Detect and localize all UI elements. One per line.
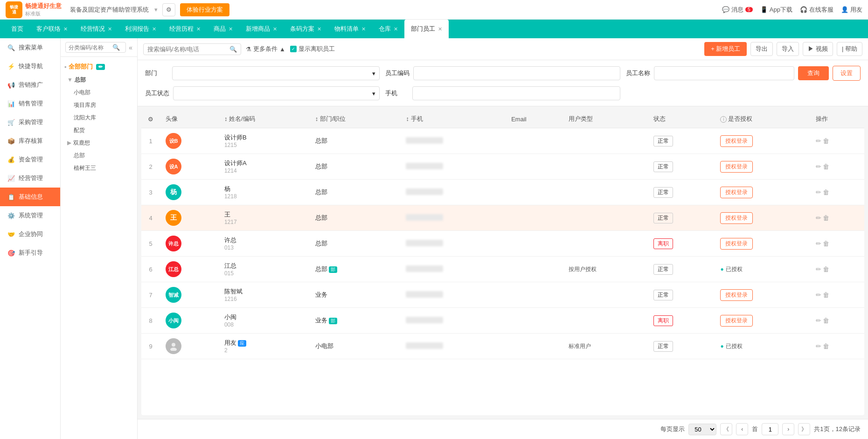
help-button[interactable]: | 帮助 [837,42,862,56]
edit-button[interactable]: ✏ [816,240,821,247]
phone-filter-input[interactable] [412,86,620,100]
edit-button[interactable]: ✏ [816,342,821,350]
all-dept-header[interactable]: ▪ 全部部门 ✏ [61,60,137,74]
collapse-button[interactable]: « [129,44,132,51]
sidebar-item-operation[interactable]: 📈 经营管理 [0,169,60,188]
tab-home[interactable]: 首页 [5,20,30,38]
auth-login-button[interactable]: 授权登录 [720,212,753,224]
edit-button[interactable]: ✏ [816,317,821,324]
close-icon[interactable]: ✕ [394,26,398,32]
prev-page-button[interactable]: ‹ [736,423,748,435]
delete-button[interactable]: 🗑 [823,317,829,324]
close-icon[interactable]: ✕ [438,26,442,32]
close-icon[interactable]: ✕ [196,26,201,32]
close-icon[interactable]: ✕ [273,26,277,32]
tab-operation[interactable]: 经营情况✕ [74,20,118,38]
gear-button[interactable]: ⚙ [162,3,175,16]
dept-item-shenyang[interactable]: 沈阳大库 [61,111,137,124]
code-filter-input[interactable] [413,66,620,80]
edit-button[interactable]: ✏ [816,137,821,145]
close-icon[interactable]: ✕ [63,26,68,32]
name-filter-input[interactable] [654,66,794,80]
delete-button[interactable]: 🗑 [823,240,829,247]
tab-new-goods[interactable]: 新增商品✕ [239,20,284,38]
show-resigned-toggle[interactable]: ✓ 显示离职员工 [290,45,335,53]
info-icon[interactable]: i [720,116,727,123]
message-button[interactable]: 💬 消息 5 [722,6,753,14]
dept-item-distribution[interactable]: 配货 [61,124,137,137]
last-page-button[interactable]: 》 [798,423,810,435]
dept-search-input[interactable] [69,44,111,51]
user-button[interactable]: 👤 用友 [841,6,862,14]
set-button[interactable]: 设置 [833,66,861,81]
delete-button[interactable]: 🗑 [823,265,829,273]
tab-customer[interactable]: 客户联络✕ [30,20,74,38]
close-icon[interactable]: ✕ [108,26,112,32]
col-phone[interactable]: ↕ 手机 [400,110,506,128]
close-icon[interactable]: ✕ [229,26,233,32]
first-page-button[interactable]: 《 [720,423,732,435]
sidebar-item-marketing[interactable]: 📢 营销推广 [0,76,60,94]
auth-login-button[interactable]: 授权登录 [720,161,753,173]
close-icon[interactable]: ✕ [361,26,366,32]
sidebar-item-basic-info[interactable]: 📋 基础信息 [0,188,60,206]
delete-button[interactable]: 🗑 [823,291,829,299]
more-filter-button[interactable]: ⚗ 更多条件 ▲ [246,45,285,53]
delete-button[interactable]: 🗑 [823,188,829,196]
dept-item-shuanglu[interactable]: ▶双鹿想 [61,137,137,149]
app-download-button[interactable]: 📱 App下载 [760,6,792,14]
sidebar-item-finance[interactable]: 💰 资金管理 [0,150,60,169]
delete-button[interactable]: 🗑 [823,163,829,170]
next-page-button[interactable]: › [782,423,794,435]
edit-icon[interactable]: ✏ [96,64,105,70]
edit-button[interactable]: ✏ [816,291,821,299]
page-number-input[interactable] [762,423,778,435]
delete-button[interactable]: 🗑 [823,137,829,145]
tab-goods[interactable]: 商品✕ [207,20,239,38]
sidebar-item-system[interactable]: ⚙️ 系统管理 [0,206,60,225]
import-button[interactable]: 导入 [777,42,799,56]
dept-item-xiaodian[interactable]: 小电部 [61,86,137,99]
edit-button[interactable]: ✏ [816,188,821,196]
auth-login-button[interactable]: 授权登录 [720,315,753,327]
close-icon[interactable]: ✕ [152,26,156,32]
delete-button[interactable]: 🗑 [823,214,829,222]
sidebar-item-sales[interactable]: 📊 销售管理 [0,94,60,113]
tab-bom[interactable]: 物料清单✕ [328,20,372,38]
col-dept-position[interactable]: ↕ 部门/职位 [310,110,401,128]
dept-item-project[interactable]: 项目库房 [61,99,137,111]
tab-barcode[interactable]: 条码方案✕ [284,20,328,38]
sidebar-item-guide[interactable]: 🎯 新手引导 [0,244,60,262]
chevron-down-icon[interactable]: ▾ [154,6,158,13]
sidebar-item-quicknav[interactable]: ⚡ 快捷导航 [0,57,60,76]
tab-warehouse[interactable]: 仓库✕ [372,20,404,38]
dept-item-general[interactable]: ▼总部 [61,74,137,86]
search-input[interactable] [147,46,227,53]
col-name-code[interactable]: ↕ 姓名/编码 [219,110,310,128]
tab-profit[interactable]: 利润报告✕ [118,20,163,38]
edit-button[interactable]: ✏ [816,163,821,170]
export-button[interactable]: 导出 [750,42,773,56]
dept-item-headquarters[interactable]: 总部 [61,149,137,162]
status-filter-select[interactable]: ▾ [173,86,380,100]
delete-button[interactable]: 🗑 [823,342,829,350]
auth-login-button[interactable]: 授权登录 [720,289,753,301]
edit-button[interactable]: ✏ [816,265,821,273]
auth-login-button[interactable]: 授权登录 [720,135,753,147]
close-icon[interactable]: ✕ [317,26,321,32]
search-button[interactable]: 查询 [798,66,829,80]
edit-button[interactable]: ✏ [816,214,821,222]
per-page-select[interactable]: 50 20 100 [688,424,716,435]
auth-login-button[interactable]: 授权登录 [720,187,753,198]
trial-button[interactable]: 体验行业方案 [180,3,229,16]
tab-employees[interactable]: 部门员工✕ [404,20,449,38]
sidebar-item-search[interactable]: 🔍 搜索菜单 [0,38,60,57]
tab-process[interactable]: 经营历程✕ [163,20,207,38]
dept-item-zhishu[interactable]: 植树王三 [61,162,137,174]
dept-filter-select[interactable]: ▾ [172,66,380,80]
add-employee-button[interactable]: + 新增员工 [704,42,747,56]
sidebar-item-purchase[interactable]: 🛒 采购管理 [0,113,60,132]
sidebar-item-inventory[interactable]: 📦 库存核算 [0,132,60,150]
view-button[interactable]: ▶ 视频 [803,42,833,56]
auth-login-button[interactable]: 授权登录 [720,238,753,250]
